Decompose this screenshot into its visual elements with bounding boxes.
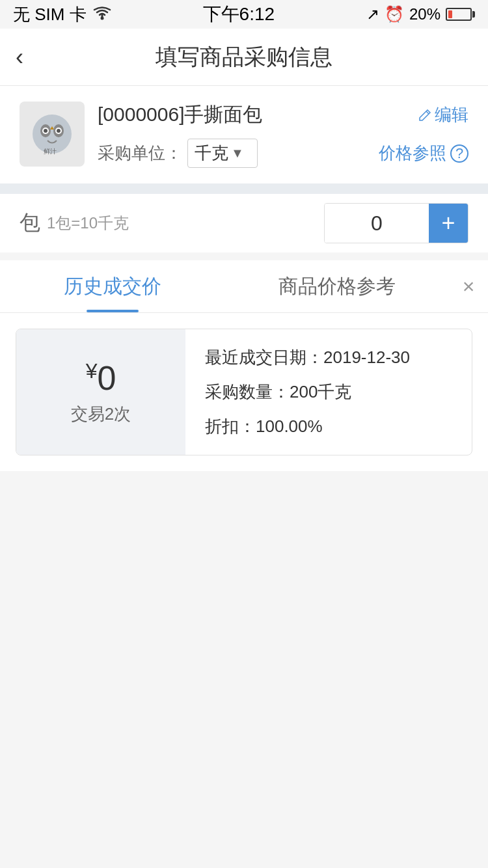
battery-percent: 20%: [409, 5, 441, 23]
price-reference-button[interactable]: 价格参照 ?: [379, 142, 468, 165]
recent-date-row: 最近成交日期：2019-12-30: [205, 345, 452, 370]
quantity-input-area: +: [324, 203, 468, 243]
svg-text:鲜汁: 鲜汁: [44, 148, 57, 155]
nav-bar: ‹ 填写商品采购信息: [0, 29, 488, 86]
history-price-value: ¥0: [86, 359, 116, 398]
purchase-quantity-row: 采购数量：200千克: [205, 379, 452, 405]
history-price-section: ¥0 交易2次: [16, 329, 185, 455]
back-button[interactable]: ‹: [16, 44, 23, 71]
help-icon: ?: [450, 144, 468, 163]
tab-history-price[interactable]: 历史成交价: [0, 260, 224, 312]
trade-count: 交易2次: [71, 403, 131, 426]
product-thumbnail: 鲜汁: [20, 102, 85, 167]
quantity-plus-button[interactable]: +: [429, 204, 468, 243]
unit-select[interactable]: 千克 ▼: [187, 139, 258, 168]
dropdown-arrow-icon: ▼: [231, 146, 244, 161]
battery-icon: [446, 8, 475, 21]
unit-description: 1包=10千克: [47, 213, 324, 234]
unit-label: 采购单位： 千克 ▼: [98, 139, 258, 168]
edit-button[interactable]: 编辑: [418, 103, 468, 126]
carrier-text: 无 SIM 卡: [13, 3, 87, 26]
svg-point-0: [100, 16, 103, 20]
svg-point-7: [57, 129, 61, 133]
location-icon: ↗: [366, 5, 379, 23]
discount-row: 折扣：100.00%: [205, 414, 452, 439]
wifi-icon: [93, 5, 111, 25]
product-card: 鲜汁 [0000006]手撕面包 编辑 采购单位： 千克 ▼: [0, 86, 488, 183]
section-divider: [0, 183, 488, 194]
status-time: 下午6:12: [203, 2, 275, 27]
quantity-input[interactable]: [325, 204, 429, 243]
history-card: ¥0 交易2次 最近成交日期：2019-12-30 采购数量：200千克 折扣：…: [16, 329, 472, 455]
history-content: ¥0 交易2次 最近成交日期：2019-12-30 采购数量：200千克 折扣：…: [0, 313, 488, 471]
status-right: ↗ ⏰ 20%: [366, 5, 475, 23]
tabs-section: 历史成交价 商品价格参考 × ¥0 交易2次 最近成交日期：2019-12-30…: [0, 260, 488, 471]
tab-product-price-ref[interactable]: 商品价格参考: [224, 260, 449, 312]
currency-symbol: ¥: [86, 359, 98, 383]
unit-badge: 包: [20, 209, 40, 237]
history-details-section: 最近成交日期：2019-12-30 采购数量：200千克 折扣：100.00%: [185, 329, 472, 455]
tabs-header: 历史成交价 商品价格参考 ×: [0, 260, 488, 313]
status-bar: 无 SIM 卡 下午6:12 ↗ ⏰ 20%: [0, 0, 488, 29]
product-info: [0000006]手撕面包 编辑 采购单位： 千克 ▼ 价格参照 ?: [98, 102, 468, 168]
status-left: 无 SIM 卡: [13, 3, 111, 26]
quantity-row: 包 1包=10千克 +: [0, 194, 488, 252]
page-title: 填写商品采购信息: [156, 42, 332, 72]
alarm-icon: ⏰: [385, 5, 404, 23]
tab-close-button[interactable]: ×: [449, 260, 488, 312]
product-name: [0000006]手撕面包: [98, 102, 262, 128]
svg-point-6: [44, 129, 47, 133]
